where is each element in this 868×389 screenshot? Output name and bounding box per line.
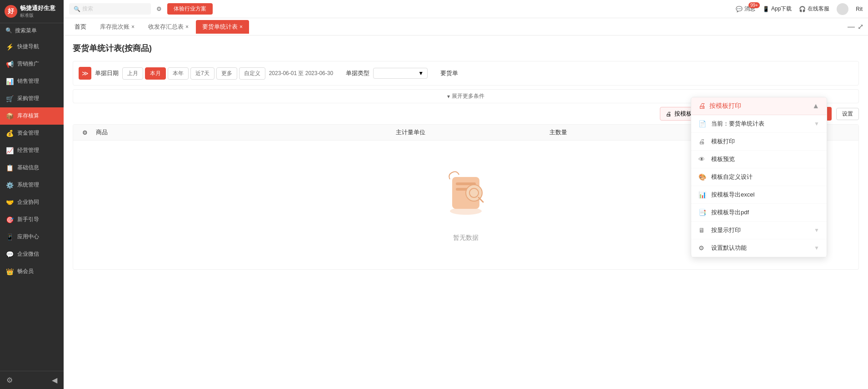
sidebar-item-basics[interactable]: 📋 基础信息 [0,159,64,177]
date-buttons: 上月 本月 本年 近7天 更多 自定义 2023-06-01 至 2023-06… [122,67,333,80]
sidebar-item-wechat[interactable]: 💬 企业微信 [0,246,64,263]
sidebar-item-sales[interactable]: 📊 销售管理 [0,73,64,90]
collapse-icon[interactable]: ◀ [52,376,57,384]
template-preview-label: 模板预览 [711,155,735,163]
service-label: 在线客服 [808,5,829,13]
sidebar-item-label: 资金管理 [17,129,39,137]
sidebar-item-system[interactable]: ⚙️ 系统管理 [0,177,64,194]
tab-order-summary[interactable]: 要货单统计表 × [196,20,249,34]
display-print-arrow: ▼ [814,227,819,233]
sidebar-item-quick-nav[interactable]: ⚡ 快捷导航 [0,38,64,56]
sidebar-item-marketing[interactable]: 📢 营销推广 [0,56,64,73]
sidebar-item-cooperation[interactable]: 🤝 企业协同 [0,194,64,211]
date-btn-custom[interactable]: 自定义 [239,67,265,80]
filter-expand-icon[interactable]: ≫ [79,67,91,80]
sidebar-item-operations[interactable]: 📈 经营管理 [0,142,64,159]
dropdown-template-print[interactable]: 🖨 模板打印 [691,133,827,151]
topbar-right: 💬 消息 99+ 📱 App下载 🎧 在线客服 Rit [736,3,863,15]
tab-home[interactable]: 首页 [68,20,93,34]
sidebar-item-label: 营销推广 [17,60,39,68]
sidebar-item-label: 销售管理 [17,77,39,85]
dropdown-template-design[interactable]: 🎨 模板自定义设计 [691,168,827,186]
tab-minimize-button[interactable]: — [848,23,855,31]
tab-collection-close[interactable]: × [185,24,189,30]
content-area: 要货单统计表(按商品) ≫ 单据日期 上月 本月 本年 近7天 更多 自定义 2… [64,35,868,389]
tab-collection-label: 收发存汇总表 [148,23,184,31]
user-avatar[interactable] [837,3,848,15]
date-btn-this-month[interactable]: 本月 [145,67,166,80]
sidebar-item-label: 企业微信 [17,250,39,258]
sidebar-search[interactable]: 🔍 搜索菜单 [0,23,64,38]
tab-collection-summary[interactable]: 收发存汇总表 × [142,20,195,34]
wechat-icon: 💬 [5,250,14,258]
tab-maximize-button[interactable]: ⤢ [858,22,863,31]
display-print-label: 按显示打印 [711,226,741,234]
sidebar-item-label: 快捷导航 [17,43,39,51]
sidebar-item-label: 新手引导 [17,216,39,223]
display-print-icon: 🖥 [698,227,707,234]
date-btn-last-month[interactable]: 上月 [122,67,143,80]
tab-order-label: 要货单统计表 [202,23,238,31]
sidebar-item-label: 经营管理 [17,147,39,154]
current-template-label: 当前：要货单统计表 [711,120,764,128]
sidebar-item-label: 应用中心 [17,233,39,241]
sidebar-item-app-center[interactable]: 📱 应用中心 [0,228,64,246]
member-icon: 👑 [5,268,14,276]
app-version: 标准版 [20,12,55,18]
tab-batch-account-close[interactable]: × [131,24,135,30]
online-service-button[interactable]: 🎧 在线客服 [799,5,829,13]
set-default-label: 设置默认功能 [711,244,747,252]
date-btn-this-year[interactable]: 本年 [168,67,189,80]
topbar-search[interactable]: 🔍 搜索 [69,3,151,15]
dropdown-template-preview[interactable]: 👁 模板预览 [691,151,827,168]
filter-bar: ≫ 单据日期 上月 本月 本年 近7天 更多 自定义 2023-06-01 至 … [73,61,859,86]
sidebar-search-label: 搜索菜单 [15,27,37,35]
dropdown-current-template[interactable]: 📄 当前：要货单统计表 ▼ [691,115,827,133]
sidebar-item-label: 系统管理 [17,181,39,189]
dropdown-close-button[interactable]: ▲ [812,102,819,110]
sidebar-item-label: 基础信息 [17,164,39,172]
sidebar-item-guide[interactable]: 🎯 新手引导 [0,211,64,228]
tab-batch-account-label: 库存批次账 [100,23,130,31]
type-filter-label: 单据类型 [346,69,369,77]
quick-nav-icon: ⚡ [5,43,14,51]
finance-icon: 💰 [5,129,14,137]
dropdown-set-default[interactable]: ⚙ 设置默认功能 ▼ [691,239,827,257]
topbar: 🔍 搜索 ⚙ 体验行业方案 💬 消息 99+ 📱 App下载 🎧 在线客服 Ri… [64,0,868,18]
dropdown-title: 按模板打印 [709,102,741,110]
date-btn-more[interactable]: 更多 [216,67,237,80]
printer-icon: 🖨 [666,111,672,117]
operations-icon: 📈 [5,147,14,155]
expand-more-label[interactable]: 展开更多条件 [452,92,484,100]
dropdown-template-pdf[interactable]: 📑 按模板导出pdf [691,204,827,222]
pdf-icon: 📑 [698,209,707,216]
col-settings[interactable]: ⚙ [79,129,92,136]
set-default-icon: ⚙ [698,244,707,252]
logo-icon: 好 [5,5,17,18]
sidebar-item-inventory[interactable]: 📦 库存核算 [0,107,64,125]
date-btn-7days[interactable]: 近7天 [190,67,215,80]
app-download-button[interactable]: 📱 App下载 [763,5,792,13]
type-filter-select[interactable]: ▼ [373,68,428,79]
tab-batch-account[interactable]: 库存批次账 × [94,20,141,34]
message-icon: 💬 [736,6,743,12]
inventory-icon: 📦 [5,112,14,120]
sidebar-logo: 好 畅捷通好生意 标准版 [0,0,64,23]
tabbar: 首页 库存批次账 × 收发存汇总表 × 要货单统计表 × — ⤢ [64,18,868,35]
phone-icon: 📱 [763,6,769,12]
sidebar-item-finance[interactable]: 💰 资金管理 [0,125,64,142]
print-dropdown: 🖨 按模板打印 ▲ 📄 当前：要货单统计表 ▼ 🖨 模板打印 👁 [691,97,827,258]
tab-order-close[interactable]: × [239,24,243,30]
sidebar-item-label: 畅会员 [17,268,34,275]
purchase-icon: 🛒 [5,95,14,103]
trial-button[interactable]: 体验行业方案 [167,3,213,15]
dropdown-template-excel[interactable]: 📊 按模板导出excel [691,186,827,204]
sidebar-item-member[interactable]: 👑 畅会员 [0,263,64,280]
empty-illustration [443,168,489,227]
dropdown-display-print[interactable]: 🖥 按显示打印 ▼ [691,222,827,239]
topbar-gear-icon[interactable]: ⚙ [156,5,162,12]
sidebar-item-purchase[interactable]: 🛒 采购管理 [0,90,64,107]
settings-bottom-icon[interactable]: ⚙ [6,376,13,384]
message-button[interactable]: 💬 消息 99+ [736,5,755,13]
settings-button[interactable]: 设置 [836,108,859,120]
